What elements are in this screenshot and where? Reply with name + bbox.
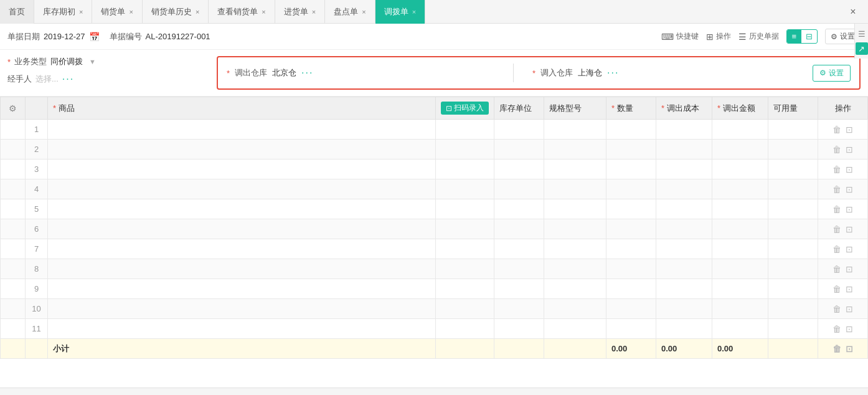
table-gear-icon[interactable]: ⚙ xyxy=(9,103,17,113)
row-delete-3-icon[interactable]: 🗑 xyxy=(833,184,841,194)
tab-view-sales[interactable]: 查看销货单 × xyxy=(209,0,275,24)
row-copy-2-icon[interactable]: ⊡ xyxy=(846,164,853,174)
row-avail-4[interactable] xyxy=(768,199,818,219)
row-spec-6[interactable] xyxy=(544,239,606,259)
row-copy-1-icon[interactable]: ⊡ xyxy=(846,145,853,155)
row-copy-10-icon[interactable]: ⊡ xyxy=(846,324,853,334)
row-unit-3[interactable] xyxy=(494,179,544,199)
row-product-4[interactable] xyxy=(48,199,436,219)
row-product-7[interactable] xyxy=(48,259,436,279)
row-qty-0[interactable] xyxy=(606,120,656,140)
row-cost-6[interactable] xyxy=(656,239,712,259)
row-product-6[interactable] xyxy=(48,239,436,259)
row-avail-5[interactable] xyxy=(768,219,818,239)
row-delete-7-icon[interactable]: 🗑 xyxy=(833,264,841,274)
row-copy-3-icon[interactable]: ⊡ xyxy=(846,184,853,194)
row-spec-8[interactable] xyxy=(544,279,606,299)
row-cost-5[interactable] xyxy=(656,219,712,239)
row-qty-1[interactable] xyxy=(606,140,656,159)
tab-transfer-close[interactable]: × xyxy=(412,8,416,16)
in-warehouse-value[interactable]: 上海仓 xyxy=(578,67,602,79)
row-avail-1[interactable] xyxy=(768,140,818,159)
row-product-10[interactable] xyxy=(48,319,436,339)
tab-sales-history[interactable]: 销货单历史 × xyxy=(143,0,209,24)
row-qty-7[interactable] xyxy=(606,259,656,279)
row-qty-6[interactable] xyxy=(606,239,656,259)
row-cost-10[interactable] xyxy=(656,319,712,339)
row-spec-10[interactable] xyxy=(544,319,606,339)
row-unit-6[interactable] xyxy=(494,239,544,259)
layout-btn-2[interactable]: ⊟ xyxy=(801,30,817,43)
business-type-dropdown-icon[interactable]: ▼ xyxy=(89,58,96,65)
handler-value[interactable]: 选择... xyxy=(35,74,59,85)
row-copy-8-icon[interactable]: ⊡ xyxy=(846,284,853,294)
tab-sales-order-close[interactable]: × xyxy=(129,8,133,16)
row-unit-1[interactable] xyxy=(494,140,544,159)
out-warehouse-more-btn[interactable]: ··· xyxy=(301,67,313,79)
table-container[interactable]: ⚙ * 商品 ⊡ 扫码录入 库存单位 xyxy=(0,97,868,388)
row-qty-5[interactable] xyxy=(606,219,656,239)
row-cost-9[interactable] xyxy=(656,299,712,319)
row-amount-4[interactable] xyxy=(712,199,768,219)
layout-btn-1[interactable]: ≡ xyxy=(787,30,801,43)
row-delete-8-icon[interactable]: 🗑 xyxy=(833,284,841,294)
row-delete-9-icon[interactable]: 🗑 xyxy=(833,304,841,314)
row-product-9[interactable] xyxy=(48,299,436,319)
row-amount-6[interactable] xyxy=(712,239,768,259)
row-unit-4[interactable] xyxy=(494,199,544,219)
row-copy-6-icon[interactable]: ⊡ xyxy=(846,244,853,254)
row-copy-7-icon[interactable]: ⊡ xyxy=(846,264,853,274)
tab-home[interactable]: 首页 xyxy=(0,0,34,24)
row-unit-5[interactable] xyxy=(494,219,544,239)
row-product-3[interactable] xyxy=(48,179,436,199)
row-spec-1[interactable] xyxy=(544,140,606,159)
row-cost-1[interactable] xyxy=(656,140,712,159)
tab-inventory-init[interactable]: 库存期初 × xyxy=(34,0,92,24)
row-unit-7[interactable] xyxy=(494,259,544,279)
row-cost-2[interactable] xyxy=(656,159,712,179)
handler-more-btn[interactable]: ··· xyxy=(62,74,74,85)
row-copy-4-icon[interactable]: ⊡ xyxy=(846,204,853,214)
in-warehouse-more-btn[interactable]: ··· xyxy=(607,67,619,79)
row-avail-6[interactable] xyxy=(768,239,818,259)
calendar-icon[interactable]: 📅 xyxy=(89,32,100,42)
row-amount-8[interactable] xyxy=(712,279,768,299)
tab-sales-order[interactable]: 销货单 × xyxy=(92,0,142,24)
row-copy-0-icon[interactable]: ⊡ xyxy=(846,125,853,135)
window-close-button[interactable]: × xyxy=(844,3,862,21)
row-qty-9[interactable] xyxy=(606,299,656,319)
row-spec-0[interactable] xyxy=(544,120,606,140)
row-amount-3[interactable] xyxy=(712,179,768,199)
row-unit-8[interactable] xyxy=(494,279,544,299)
row-delete-5-icon[interactable]: 🗑 xyxy=(833,224,841,234)
row-delete-0-icon[interactable]: 🗑 xyxy=(833,125,841,135)
shortcut-button[interactable]: ⌨ 快捷键 xyxy=(661,31,699,42)
row-spec-2[interactable] xyxy=(544,159,606,179)
row-unit-2[interactable] xyxy=(494,159,544,179)
operation-button[interactable]: ⊞ 操作 xyxy=(706,31,731,42)
row-avail-9[interactable] xyxy=(768,299,818,319)
row-unit-0[interactable] xyxy=(494,120,544,140)
row-amount-9[interactable] xyxy=(712,299,768,319)
sidebar-export-button[interactable]: ↗ xyxy=(856,42,868,55)
tab-transfer[interactable]: 调拨单 × xyxy=(375,0,425,24)
tab-sales-history-close[interactable]: × xyxy=(196,8,199,16)
row-qty-8[interactable] xyxy=(606,279,656,299)
row-amount-10[interactable] xyxy=(712,319,768,339)
row-avail-0[interactable] xyxy=(768,120,818,140)
row-avail-2[interactable] xyxy=(768,159,818,179)
row-qty-3[interactable] xyxy=(606,179,656,199)
row-avail-3[interactable] xyxy=(768,179,818,199)
scan-button[interactable]: ⊡ 扫码录入 xyxy=(441,102,489,115)
row-spec-9[interactable] xyxy=(544,299,606,319)
subtotal-delete-icon[interactable]: 🗑 xyxy=(833,344,841,354)
row-spec-7[interactable] xyxy=(544,259,606,279)
row-cost-7[interactable] xyxy=(656,259,712,279)
row-cost-0[interactable] xyxy=(656,120,712,140)
tab-stocktake[interactable]: 盘点单 × xyxy=(325,0,375,24)
row-cost-8[interactable] xyxy=(656,279,712,299)
sidebar-list-button[interactable]: ☰ xyxy=(856,27,868,40)
tab-stocktake-close[interactable]: × xyxy=(362,8,366,16)
tab-view-sales-close[interactable]: × xyxy=(262,8,265,16)
row-amount-7[interactable] xyxy=(712,259,768,279)
